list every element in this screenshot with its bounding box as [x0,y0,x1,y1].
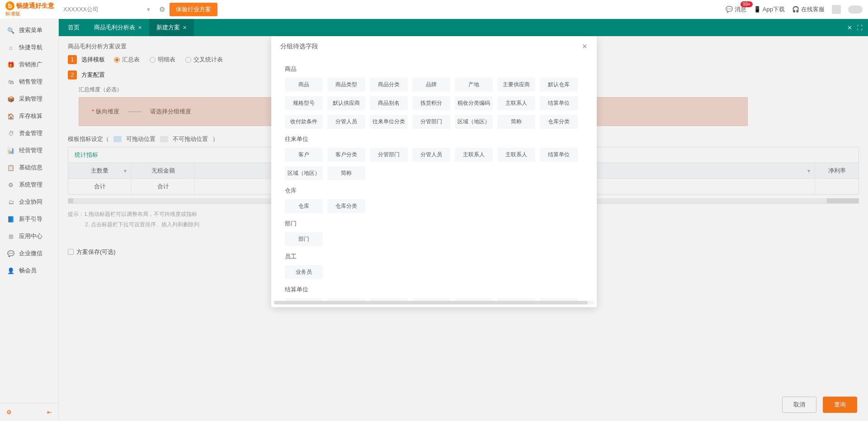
field-chip[interactable]: 部门 [285,232,323,246]
field-chip[interactable]: 默认供应商 [327,96,365,110]
field-chip[interactable]: 往来单位分类 [370,115,408,129]
chevron-down-icon: ▼ [146,7,151,12]
field-chip[interactable]: 主联系人 [497,96,535,110]
message-badge: 99+ [741,1,753,7]
message-icon: 💬 [726,6,733,13]
field-chip[interactable]: 产地 [455,78,493,92]
field-chip[interactable]: 业务员 [285,265,323,279]
field-chip[interactable]: 税收分类编码 [455,96,493,110]
field-chip[interactable]: 结算单位 [540,96,578,110]
close-icon[interactable]: ✕ [582,42,588,51]
field-chip[interactable]: 分管部门 [370,148,408,162]
group-title: 商品 [285,65,583,73]
field-chip[interactable]: 区域（地区） [455,115,493,129]
logo-icon: b [5,1,14,10]
topbar: b畅捷通好生意 标准版 XXXXXX公司 ▼ ⚙ 体验行业方案 💬消息 99+ … [0,0,868,19]
app-download-link[interactable]: 📱App下载 [754,5,785,14]
phone-icon: 📱 [754,6,761,13]
field-chip[interactable]: 仓库分类 [540,115,578,129]
modal-title: 分组待选字段 [280,42,318,51]
field-chip[interactable]: 简称 [497,115,535,129]
messages-link[interactable]: 💬消息 99+ [726,5,746,14]
trial-button[interactable]: 体验行业方案 [170,3,217,16]
group-title: 结算单位 [285,285,583,294]
field-chip[interactable]: 收付款条件 [285,115,323,129]
field-chip[interactable]: 主联系人 [497,148,535,162]
group-title: 往来单位 [285,135,583,143]
field-chip[interactable]: 商品 [285,78,323,92]
field-chip[interactable]: 分管部门 [412,115,450,129]
field-chip[interactable]: 结算单位 [540,148,578,162]
field-chip[interactable]: 商品别名 [370,96,408,110]
field-chip[interactable]: 分管人员 [412,148,450,162]
topbar-right: 💬消息 99+ 📱App下载 🎧在线客服 [726,5,863,14]
field-chip[interactable]: 仓库 [285,199,323,213]
logo: b畅捷通好生意 标准版 [5,1,54,17]
field-chip[interactable]: 客户 [285,148,323,162]
group-title: 员工 [285,253,583,261]
field-chip[interactable]: 主要供应商 [497,78,535,92]
field-chip[interactable]: 商品分类 [370,78,408,92]
avatar[interactable] [832,5,841,14]
field-chip[interactable]: 商品类型 [327,78,365,92]
user-pill[interactable] [848,5,863,14]
field-chip[interactable]: 主联系人 [455,148,493,162]
field-chip[interactable]: 仓库分类 [327,199,365,213]
field-chip[interactable]: 默认仓库 [540,78,578,92]
field-chip[interactable]: 客户分类 [327,148,365,162]
headset-icon: 🎧 [792,6,799,13]
field-select-modal: 分组待选字段 ✕ 商品商品商品类型商品分类品牌产地主要供应商默认仓库规格型号默认… [271,36,597,307]
group-title: 仓库 [285,187,583,195]
gear-icon[interactable]: ⚙ [159,5,165,14]
group-title: 部门 [285,220,583,228]
modal-hscroll[interactable] [274,301,594,304]
online-service-link[interactable]: 🎧在线客服 [792,5,825,14]
field-chip[interactable]: 品牌 [412,78,450,92]
field-chip[interactable]: 区域（地区） [285,166,323,180]
field-chip[interactable]: 简称 [327,166,365,180]
field-chip[interactable]: 分管人员 [327,115,365,129]
field-chip[interactable]: 规格型号 [285,96,323,110]
field-chip[interactable]: 拣货积分 [412,96,450,110]
company-select[interactable]: XXXXXX公司 ▼ [60,3,155,16]
